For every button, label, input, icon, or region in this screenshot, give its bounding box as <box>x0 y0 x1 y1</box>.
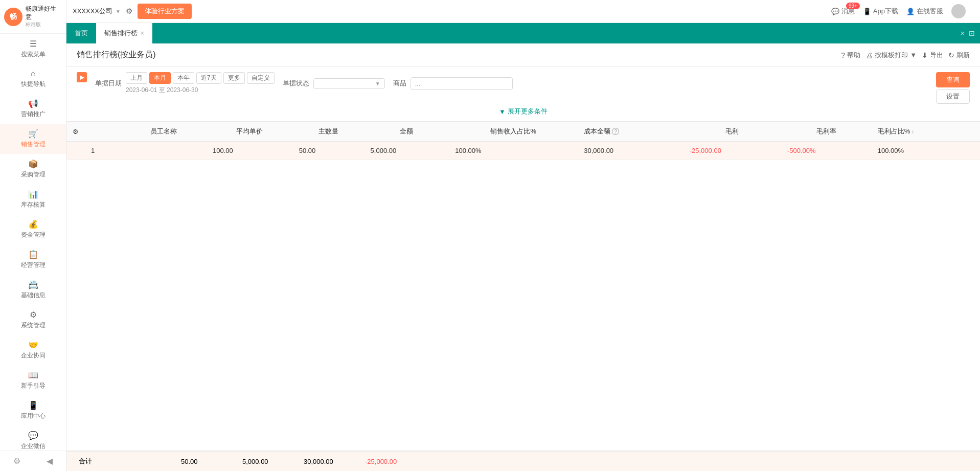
expand-more-btn[interactable]: ▼ 展开更多条件 <box>499 107 548 116</box>
footer-amount: 5,000.00 <box>236 458 298 465</box>
logo-sub: 标准版 <box>26 21 62 28</box>
header-settings-icon[interactable]: ⚙ <box>126 7 132 16</box>
cost-help-icon[interactable]: ? <box>612 128 619 135</box>
collapse-icon[interactable]: ◀ <box>47 456 53 466</box>
sidebar-item-system[interactable]: ⚙ 系统管理 <box>0 305 66 335</box>
base-info-icon: 📇 <box>28 280 38 289</box>
date-btns-row: 上月 本月 本年 近7天 更多 自定义 <box>126 72 275 84</box>
qty-cell: 50.00 <box>293 142 364 160</box>
filter-toggle-arrow[interactable]: ▶ <box>77 72 87 82</box>
col-gross-profit: 毛利 <box>683 122 781 142</box>
app-download-btn[interactable]: 📱 App下载 <box>863 7 898 16</box>
sidebar-item-label: 企业协同 <box>21 351 45 360</box>
tab-bar-actions: × ⊡ <box>955 23 980 43</box>
tab-bar: 首页 销售排行榜 × × ⊡ <box>66 23 980 43</box>
date-btn-this-year[interactable]: 本年 <box>173 72 194 84</box>
table-container: ⚙ 员工名称 平均单价 主数量 全额 <box>66 122 980 451</box>
sidebar-item-quick-nav[interactable]: ⌂ 快捷导航 <box>0 64 66 94</box>
online-service-btn[interactable]: 👤 在线客服 <box>906 7 943 16</box>
goods-label: 商品 <box>393 79 406 88</box>
wechat-icon: 💬 <box>28 431 38 440</box>
sidebar-item-guide[interactable]: 📖 新手引导 <box>0 365 66 395</box>
date-btn-last-month[interactable]: 上月 <box>126 72 147 84</box>
status-filter: 单据状态 ▼ <box>283 78 385 89</box>
page-actions: ? 帮助 🖨 按模板打印 ▼ ⬇ 导出 ↻ 刷新 <box>841 51 970 60</box>
sidebar-item-operations[interactable]: 📋 经营管理 <box>0 244 66 275</box>
goods-filter: 商品 ... <box>393 77 513 90</box>
sidebar-item-finance[interactable]: 💰 资金管理 <box>0 214 66 244</box>
tab-active-label: 销售排行榜 <box>104 29 138 38</box>
date-filter-label: 单据日期 <box>95 79 122 88</box>
trial-button[interactable]: 体验行业方案 <box>138 4 192 19</box>
top-header: XXXXXX公司 ▼ ⚙ 体验行业方案 💬 消息 99+ 📱 App下载 👤 在… <box>66 0 980 23</box>
date-btn-this-month[interactable]: 本月 <box>149 72 171 84</box>
company-selector[interactable]: XXXXXX公司 ▼ <box>73 7 121 16</box>
goods-input-text: ... <box>415 80 508 87</box>
filter-section: ▶ 单据日期 上月 本月 本年 近7天 更多 自 <box>66 67 980 122</box>
tab-home[interactable]: 首页 <box>66 23 96 43</box>
col-gross-rate: 毛利率 <box>781 122 872 142</box>
tab-close-icon[interactable]: × <box>141 30 144 37</box>
sidebar-item-label: 采购管理 <box>21 170 45 179</box>
sidebar-item-search-order[interactable]: ☰ 搜索菜单 <box>0 34 66 64</box>
footer-cost: 30,000.00 <box>298 458 359 465</box>
date-filter-group: 上月 本月 本年 近7天 更多 自定义 2023-06-01 至 2023-06… <box>126 72 275 95</box>
sidebar-item-label: 企业微信 <box>21 442 45 451</box>
guide-icon: 📖 <box>28 370 38 380</box>
status-select[interactable]: ▼ <box>313 78 385 89</box>
sidebar-item-label: 系统管理 <box>21 321 45 330</box>
col-settings[interactable]: ⚙ <box>66 122 85 142</box>
window-close-btn[interactable]: × <box>961 29 965 37</box>
sidebar-item-marketing[interactable]: 📢 营销推广 <box>0 94 66 124</box>
sidebar-item-enterprise[interactable]: 🤝 企业协同 <box>0 335 66 365</box>
export-label: 导出 <box>930 51 943 60</box>
finance-icon: 💰 <box>28 219 38 229</box>
sidebar-item-purchase[interactable]: 📦 采购管理 <box>0 154 66 184</box>
gross-rate-cell: -500.00% <box>781 142 872 160</box>
col-sales-ratio: 销售收入占比% <box>449 122 578 142</box>
page-header: 销售排行榜(按业务员) ? 帮助 🖨 按模板打印 ▼ ⬇ 导出 ↻ 刷新 <box>66 43 980 67</box>
export-btn[interactable]: ⬇ 导出 <box>922 51 943 60</box>
data-table: ⚙ 员工名称 平均单价 主数量 全额 <box>66 122 980 160</box>
query-btn-group: 查询 设置 <box>936 72 970 104</box>
sidebar-item-sales[interactable]: 🛒 销售管理 <box>0 124 66 154</box>
date-filter: 单据日期 上月 本月 本年 近7天 更多 自定义 2023-06-01 至 20… <box>95 72 275 95</box>
date-btn-7days[interactable]: 近7天 <box>196 72 221 84</box>
settings-bottom-icon[interactable]: ⚙ <box>13 456 20 466</box>
sidebar-item-inventory[interactable]: 📊 库存核算 <box>0 184 66 214</box>
date-btn-custom[interactable]: 自定义 <box>247 72 275 84</box>
message-icon: 💬 <box>831 8 839 15</box>
filter-settings-button[interactable]: 设置 <box>936 89 970 104</box>
tab-sales-ranking[interactable]: 销售排行榜 × <box>96 23 152 43</box>
query-button[interactable]: 查询 <box>936 72 970 87</box>
date-btn-more[interactable]: 更多 <box>223 72 245 84</box>
name-cell <box>120 142 207 160</box>
sidebar-item-label: 营销推广 <box>21 110 45 119</box>
table-body: 1 100.00 50.00 5,000.00 100.00% 30,000.0… <box>66 142 980 160</box>
page-title: 销售排行榜(按业务员) <box>77 50 841 60</box>
filter-main-row: ▶ 单据日期 上月 本月 本年 近7天 更多 自 <box>77 72 970 104</box>
purchase-icon: 📦 <box>28 159 38 169</box>
sidebar-nav: ☰ 搜索菜单 ⌂ 快捷导航 📢 营销推广 🛒 销售管理 📦 采购管理 📊 库存核… <box>0 34 66 451</box>
sidebar-item-label: 快捷导航 <box>21 80 45 88</box>
refresh-label: 刷新 <box>956 51 970 60</box>
message-btn[interactable]: 💬 消息 99+ <box>831 7 855 16</box>
gross-profit-cell: -25,000.00 <box>683 142 781 160</box>
goods-input[interactable]: ... <box>411 77 513 90</box>
sidebar-item-base-info[interactable]: 📇 基础信息 <box>0 275 66 305</box>
gross-ratio-sort-icon[interactable]: ↕ <box>911 129 914 134</box>
sidebar-item-label: 资金管理 <box>21 231 45 239</box>
page-content: 销售排行榜(按业务员) ? 帮助 🖨 按模板打印 ▼ ⬇ 导出 ↻ 刷新 <box>66 43 980 471</box>
cost-amount-cell: 30,000.00 <box>578 142 683 160</box>
sidebar-item-app-center[interactable]: 📱 应用中心 <box>0 395 66 425</box>
user-avatar[interactable] <box>951 4 966 18</box>
sidebar-item-label: 销售管理 <box>21 140 45 149</box>
help-btn[interactable]: ? 帮助 <box>841 51 860 60</box>
print-btn[interactable]: 🖨 按模板打印 ▼ <box>865 51 917 60</box>
header-right: 💬 消息 99+ 📱 App下载 👤 在线客服 <box>831 4 974 18</box>
col-qty: 主数量 <box>293 122 364 142</box>
sidebar-item-wechat[interactable]: 💬 企业微信 <box>0 425 66 451</box>
refresh-btn[interactable]: ↻ 刷新 <box>948 51 970 60</box>
logo-icon: 畅 <box>4 8 22 26</box>
window-expand-btn[interactable]: ⊡ <box>969 29 975 37</box>
